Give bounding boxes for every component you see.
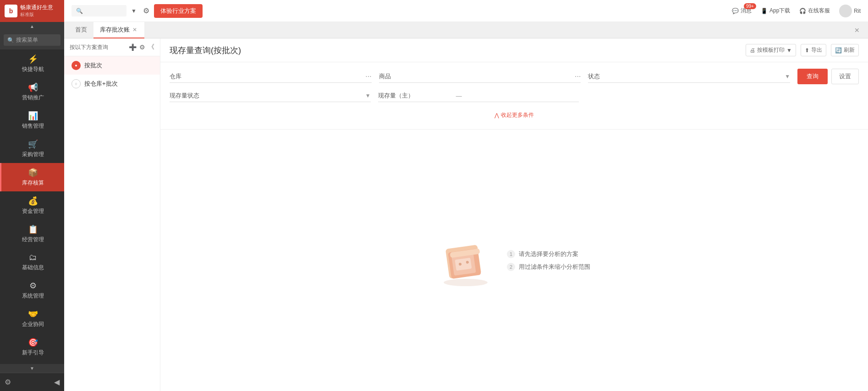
chevron-up-icon: ⋀ bbox=[494, 112, 499, 119]
user-name: Rit bbox=[854, 8, 861, 14]
filter-row-2: 现存量状态 ▼ 现存量（主） — bbox=[170, 90, 859, 102]
warehouse-more-icon[interactable]: ··· bbox=[365, 72, 371, 81]
online-service-label: 在线客服 bbox=[808, 7, 830, 15]
inventory-qty-max-input[interactable] bbox=[465, 92, 501, 99]
app-logo: b bbox=[5, 5, 17, 17]
sidebar-item-purchase[interactable]: 🛒 采购管理 bbox=[0, 135, 64, 163]
sidebar-item-enterprise[interactable]: 🤝 企业协同 bbox=[0, 304, 64, 333]
topbar-dropdown-icon[interactable]: ▼ bbox=[131, 8, 137, 14]
sidebar-item-inventory[interactable]: 📦 库存核算 bbox=[0, 163, 64, 191]
qty-range-dash: — bbox=[456, 92, 462, 99]
inventory-icon: 📦 bbox=[28, 168, 38, 178]
empty-svg-illustration bbox=[438, 233, 493, 288]
inventory-qty-label: 现存量（主） bbox=[378, 92, 414, 100]
left-panel-actions: ➕ ⚙ 《 bbox=[129, 43, 154, 51]
warehouse-input[interactable] bbox=[202, 73, 365, 80]
sidebar-search-area[interactable]: 🔍 搜索菜单 bbox=[0, 31, 64, 49]
app-download-button[interactable]: 📱 App下载 bbox=[761, 7, 790, 15]
sidebar-item-label: 资金管理 bbox=[22, 207, 44, 215]
topbar-search-label bbox=[85, 7, 107, 15]
sidebar-item-sales[interactable]: 📊 销售管理 bbox=[0, 106, 64, 135]
topbar-search-icon: 🔍 bbox=[76, 8, 83, 14]
sidebar-item-label: 采购管理 bbox=[22, 151, 44, 158]
title-actions: 🖨 按模板打印 ▼ ⬆ 导出 🔄 刷新 bbox=[746, 44, 859, 56]
tab-batch-account[interactable]: 库存批次账 ✕ bbox=[93, 22, 144, 38]
sidebar-item-operation[interactable]: 📋 经营管理 bbox=[0, 220, 64, 248]
print-icon: 🖨 bbox=[750, 47, 755, 54]
add-plan-button[interactable]: ➕ bbox=[129, 43, 137, 51]
inventory-qty-min-input[interactable] bbox=[417, 92, 453, 99]
sidebar-item-system[interactable]: ⚙ 系统管理 bbox=[0, 276, 64, 304]
scroll-down-arrow[interactable]: ▼ bbox=[0, 364, 64, 373]
tab-close-button[interactable]: ✕ bbox=[851, 25, 863, 36]
collapse-panel-button[interactable]: 《 bbox=[148, 43, 154, 51]
message-badge: 99+ bbox=[744, 3, 756, 9]
filter-row-1: 仓库 ··· 商品 ··· 状态 bbox=[170, 69, 859, 84]
settings-button[interactable]: 设置 bbox=[831, 69, 859, 84]
sidebar-settings-button[interactable]: ⚙ bbox=[5, 378, 11, 386]
plan-active-icon: ● bbox=[71, 61, 81, 70]
app-download-label: App下载 bbox=[769, 7, 790, 15]
topbar: 🔍 ▼ ⚙ 体验行业方案 💬 消息 99+ 📱 App下载 🎧 在线客服 Rit bbox=[64, 0, 868, 22]
left-panel: 按以下方案查询 ➕ ⚙ 《 ● 按批次 ○ 按仓库+批次 bbox=[64, 38, 160, 391]
online-service-button[interactable]: 🎧 在线客服 bbox=[799, 7, 830, 15]
plan-item-by-batch[interactable]: ● 按批次 bbox=[64, 56, 160, 75]
product-input-wrap[interactable]: 商品 ··· bbox=[379, 71, 581, 83]
refresh-button[interactable]: 🔄 刷新 bbox=[831, 44, 859, 56]
collapse-label: 收起更多条件 bbox=[501, 111, 534, 119]
tab-close-icon[interactable]: ✕ bbox=[132, 27, 138, 33]
filter-inventory-qty: 现存量（主） — bbox=[378, 90, 579, 102]
quick-nav-icon: ⚡ bbox=[28, 54, 38, 64]
sidebar-item-finance[interactable]: 💰 资金管理 bbox=[0, 191, 64, 220]
basic-icon: 🗂 bbox=[29, 253, 37, 262]
step-1-label: 请先选择要分析的方案 bbox=[519, 250, 578, 258]
finance-icon: 💰 bbox=[28, 196, 38, 206]
sidebar-item-marketing[interactable]: 📢 营销推广 bbox=[0, 78, 64, 106]
search-menu-button[interactable]: 🔍 搜索菜单 bbox=[4, 34, 60, 46]
sidebar-item-label: 基础信息 bbox=[22, 264, 44, 272]
sidebar-item-newguide[interactable]: 🎯 新手引导 bbox=[0, 333, 64, 361]
sidebar-collapse-button[interactable]: ◀ bbox=[54, 378, 60, 386]
topbar-search-box[interactable]: 🔍 bbox=[71, 5, 126, 16]
empty-step-1: 1 请先选择要分析的方案 bbox=[507, 250, 590, 258]
filter-warehouse: 仓库 ··· bbox=[170, 71, 372, 83]
page-content: 按以下方案查询 ➕ ⚙ 《 ● 按批次 ○ 按仓库+批次 bbox=[64, 38, 868, 391]
tab-batch-account-label: 库存批次账 bbox=[100, 26, 130, 34]
query-button[interactable]: 查询 bbox=[797, 69, 828, 84]
right-content: 现存量查询(按批次) 🖨 按模板打印 ▼ ⬆ 导出 🔄 刷新 bbox=[160, 38, 868, 391]
settings-plan-button[interactable]: ⚙ bbox=[139, 43, 145, 51]
sidebar-item-label: 库存核算 bbox=[22, 179, 44, 187]
page-title-bar: 现存量查询(按批次) 🖨 按模板打印 ▼ ⬆ 导出 🔄 刷新 bbox=[160, 38, 868, 62]
sidebar-item-label: 系统管理 bbox=[22, 292, 44, 300]
page-title: 现存量查询(按批次) bbox=[170, 45, 241, 56]
sidebar-item-label: 营销推广 bbox=[22, 94, 44, 102]
tab-home[interactable]: 首页 bbox=[69, 22, 93, 38]
filter-product: 商品 ··· bbox=[379, 71, 581, 83]
filter-inventory-status: 现存量状态 ▼ bbox=[170, 90, 371, 102]
sidebar-item-basic[interactable]: 🗂 基础信息 bbox=[0, 248, 64, 276]
inventory-status-select[interactable]: 现存量状态 ▼ bbox=[170, 90, 371, 102]
sidebar-item-label: 快捷导航 bbox=[22, 65, 44, 73]
status-select[interactable]: 状态 ▼ bbox=[588, 71, 790, 83]
product-input[interactable] bbox=[411, 73, 575, 80]
export-button[interactable]: ⬆ 导出 bbox=[801, 44, 826, 56]
message-button[interactable]: 💬 消息 99+ bbox=[732, 7, 752, 15]
print-button[interactable]: 🖨 按模板打印 ▼ bbox=[746, 44, 796, 56]
collapse-filters-button[interactable]: ⋀ 收起更多条件 bbox=[170, 108, 859, 123]
marketing-icon: 📢 bbox=[28, 82, 38, 92]
refresh-icon: 🔄 bbox=[835, 47, 842, 54]
inventory-status-arrow-icon: ▼ bbox=[365, 92, 371, 99]
avatar bbox=[839, 5, 852, 17]
plan-item-by-warehouse-batch[interactable]: ○ 按仓库+批次 bbox=[64, 75, 160, 93]
user-profile-button[interactable]: Rit bbox=[839, 5, 861, 17]
topbar-settings-icon[interactable]: ⚙ bbox=[143, 6, 149, 15]
trial-button[interactable]: 体验行业方案 bbox=[154, 4, 203, 18]
step-2-label: 用过滤条件来缩小分析范围 bbox=[519, 263, 590, 271]
product-more-icon[interactable]: ··· bbox=[575, 72, 581, 81]
scroll-up-arrow[interactable]: ▲ bbox=[0, 22, 64, 31]
left-panel-header: 按以下方案查询 ➕ ⚙ 《 bbox=[64, 38, 160, 56]
warehouse-input-wrap[interactable]: 仓库 ··· bbox=[170, 71, 372, 83]
step-num-2: 2 bbox=[507, 263, 515, 271]
app-download-icon: 📱 bbox=[761, 8, 768, 14]
sidebar-item-quick-nav[interactable]: ⚡ 快捷导航 bbox=[0, 49, 64, 78]
